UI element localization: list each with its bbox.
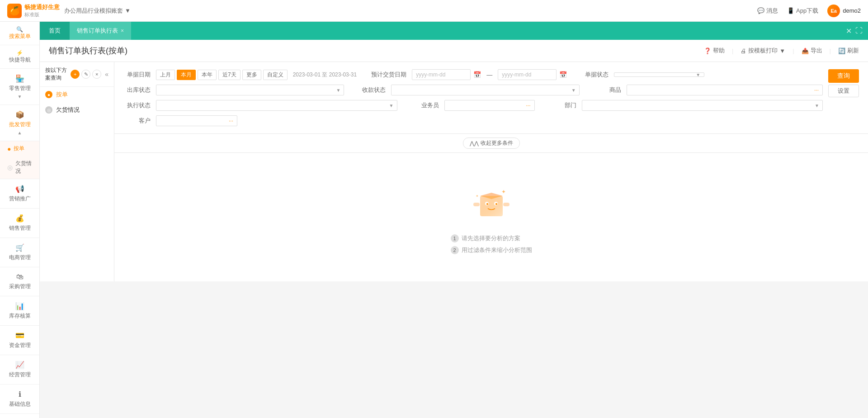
company-selector[interactable]: 办公用品行业模拟账套 ▼ <box>64 7 131 15</box>
empty-hint-1: 1 请先选择要分析的方案 <box>451 234 532 242</box>
filter-section: 单据日期 上月 本月 本年 近7天 更多 自定义 <box>114 62 868 134</box>
calendar-to-icon[interactable]: 📅 <box>559 71 567 78</box>
date-from-group: 📅 <box>412 69 481 80</box>
scheme-collapse-btn[interactable]: « <box>105 71 108 78</box>
search-btn[interactable]: 查询 <box>828 69 859 83</box>
main-layout: 🔍 搜索菜单 ⚡ 快捷导航 🏪 零售管理 ▼ 📦 批发管理 ▲ ● 按单 ◎ 欠… <box>0 22 868 418</box>
date-btn-more[interactable]: 更多 <box>242 70 261 80</box>
date-label: 单据日期 <box>123 71 151 79</box>
scheme-edit-btn[interactable]: ✎ <box>81 70 90 79</box>
print-chevron-icon: ▼ <box>779 48 785 54</box>
page-container: 销售订单执行表(按单) ❓ 帮助 | 🖨 按模板打印 ▼ | <box>40 40 868 281</box>
sidebar-item-ecommerce[interactable]: 🛒 电商管理 <box>0 238 39 267</box>
sidebar-item-retail[interactable]: 🏪 零售管理 ▼ <box>0 69 39 105</box>
scheme-panel: 按以下方案查询 + ✎ × « ● 按单 <box>40 62 114 281</box>
sidebar-item-sales[interactable]: 💰 销售管理 <box>0 209 39 238</box>
salesperson-label: 业务员 <box>412 101 439 109</box>
collapse-more-btn[interactable]: ⋀⋀ 收起更多条件 <box>463 138 520 149</box>
user-area[interactable]: Ea demo2 <box>827 5 861 17</box>
sidebar-quick-nav[interactable]: ⚡ 快捷导航 <box>0 45 39 69</box>
help-icon: ❓ <box>704 48 711 54</box>
goods-label: 商品 <box>594 86 621 94</box>
filter-action-btns: 查询 设置 <box>828 69 859 97</box>
export-icon: 📤 <box>802 48 809 54</box>
filter-date-row: 单据日期 上月 本月 本年 近7天 更多 自定义 <box>123 69 823 80</box>
date-btn-custom[interactable]: 自定义 <box>263 70 288 80</box>
sidebar-item-marketing[interactable]: 📢 营销推广 <box>0 179 39 209</box>
sidebar-item-wholesale[interactable]: 📦 批发管理 ▲ <box>0 105 39 141</box>
sidebar-item-system[interactable]: ⚙ 系统管理 <box>0 414 39 418</box>
department-select[interactable] <box>582 100 823 111</box>
date-btn-last-month[interactable]: 上月 <box>156 70 175 80</box>
sidebar-item-inventory[interactable]: 📊 库存核算 <box>0 296 39 326</box>
wholesale-icon: 📦 <box>15 110 24 119</box>
payment-status-label: 收款状态 <box>359 86 386 94</box>
sidebar-sub-item-order[interactable]: ● 按单 <box>0 141 39 156</box>
basic-icon: ℹ <box>19 390 21 399</box>
tab-bar: 首页 销售订单执行表 × ✕ ⛶ <box>40 22 868 40</box>
sidebar-item-purchase[interactable]: 🛍 采购管理 <box>0 267 39 296</box>
export-btn[interactable]: 📤 导出 <box>802 47 822 55</box>
customer-input[interactable]: ··· <box>156 115 237 126</box>
debt-sub-icon: ◎ <box>7 164 13 171</box>
order-status-select[interactable] <box>614 72 704 77</box>
sidebar-search[interactable]: 🔍 搜索菜单 <box>0 22 39 45</box>
date-btn-7days[interactable]: 近7天 <box>218 70 241 80</box>
template-print-btn[interactable]: 🖨 按模板打印 ▼ <box>741 47 785 55</box>
empty-state: ✦ ✦ 1 请先选择要分析的方案 2 用过滤条件来缩小分析范 <box>114 153 868 281</box>
page-actions: ❓ 帮助 | 🖨 按模板打印 ▼ | 📤 导出 <box>704 47 859 55</box>
date-btn-this-month[interactable]: 本月 <box>177 70 196 80</box>
scheme-item-order[interactable]: ● 按单 <box>40 87 114 102</box>
search-icon: 🔍 <box>4 26 36 33</box>
header-right: 💬 消息 📱 App下载 Ea demo2 <box>757 5 861 17</box>
retail-icon: 🏪 <box>15 74 24 83</box>
help-btn[interactable]: ❓ 帮助 <box>704 47 725 55</box>
empty-hint-2: 2 用过滤条件来缩小分析范围 <box>451 246 532 254</box>
filter-row-1-fields: 单据日期 上月 本月 本年 近7天 更多 自定义 <box>123 69 823 126</box>
tab-close-window-btn[interactable]: ✕ <box>846 27 852 35</box>
department-label: 部门 <box>549 101 576 109</box>
empty-hints: 1 请先选择要分析的方案 2 用过滤条件来缩小分析范围 <box>451 234 532 254</box>
sidebar-item-finance[interactable]: 💳 资金管理 <box>0 326 39 355</box>
app-download-btn[interactable]: 📱 App下载 <box>787 7 818 15</box>
svg-rect-5 <box>473 203 480 206</box>
logo-icon: 🍊 <box>7 4 22 18</box>
right-side: 首页 销售订单执行表 × ✕ ⛶ 销售订单执行表(按单) ❓ <box>40 22 868 418</box>
refresh-btn[interactable]: 🔄 刷新 <box>838 47 859 55</box>
scheme-delete-btn[interactable]: × <box>92 70 101 79</box>
execution-status-label: 执行状态 <box>123 101 151 109</box>
date-btn-this-year[interactable]: 本年 <box>198 70 217 80</box>
message-btn[interactable]: 💬 消息 <box>757 7 778 15</box>
scheme-item-icon-debt: ◎ <box>45 106 52 114</box>
execution-status-select[interactable] <box>156 100 397 111</box>
sidebar-sub-item-debt[interactable]: ◎ 欠货情况 <box>0 156 39 179</box>
order-sub-icon: ● <box>7 145 11 152</box>
date-from-input[interactable] <box>412 69 471 80</box>
operations-icon: 📈 <box>15 361 24 369</box>
tab-sales-order[interactable]: 销售订单执行表 × <box>70 22 131 40</box>
hint-num-2: 2 <box>451 246 459 254</box>
filter-row-2: 出库状态 收款状态 <box>123 85 823 95</box>
finance-icon: 💳 <box>15 331 24 340</box>
calendar-from-icon[interactable]: 📅 <box>473 71 481 78</box>
tab-home[interactable]: 首页 <box>40 22 70 40</box>
delivery-status-select[interactable] <box>156 85 344 95</box>
tab-maximize-btn[interactable]: ⛶ <box>855 27 863 35</box>
payment-status-select[interactable] <box>391 85 579 95</box>
body-area: 按以下方案查询 + ✎ × « ● 按单 <box>40 62 868 281</box>
expected-date-label: 预计交货日期 <box>371 71 406 79</box>
goods-input[interactable]: ··· <box>627 85 823 95</box>
scheme-add-btn[interactable]: + <box>71 70 80 79</box>
ecommerce-icon: 🛒 <box>15 243 24 252</box>
date-to-input[interactable] <box>498 69 557 80</box>
collapse-arrows-icon: ⋀⋀ <box>470 140 479 147</box>
empty-illustration: ✦ ✦ <box>469 180 514 225</box>
scheme-panel-header: 按以下方案查询 + ✎ × « <box>40 62 114 87</box>
salesperson-input[interactable]: ··· <box>444 100 535 111</box>
settings-btn[interactable]: 设置 <box>828 85 859 97</box>
logo-area: 🍊 畅捷通好生意 标准版 <box>7 4 60 18</box>
sidebar-item-operations[interactable]: 📈 经营管理 <box>0 355 39 385</box>
sidebar-item-basic[interactable]: ℹ 基础信息 <box>0 385 39 414</box>
scheme-item-debt[interactable]: ◎ 欠货情况 <box>40 102 114 118</box>
tab-close-btn[interactable]: × <box>121 28 124 33</box>
